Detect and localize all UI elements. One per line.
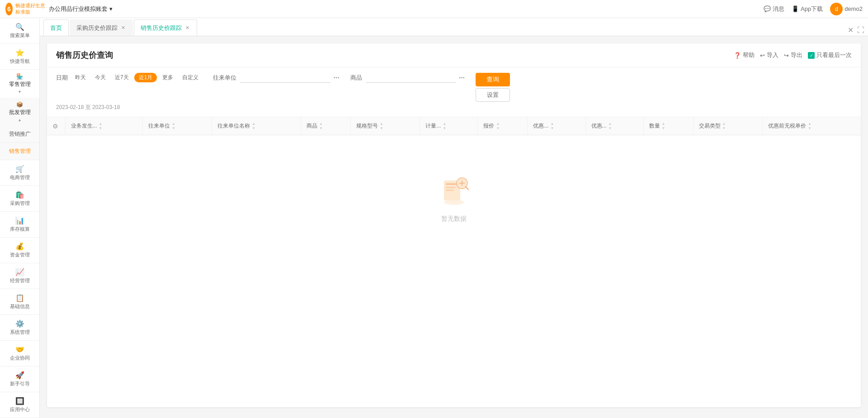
action-buttons: 查询 设置 <box>476 73 510 102</box>
sidebar-item-retail[interactable]: 🏪 零售管理 ▾ <box>0 70 39 98</box>
date-range-display: 2023-02-18 至 2023-03-18 <box>56 104 510 111</box>
sort-icon: ▲▼ <box>662 122 665 130</box>
sidebar-item-inventory[interactable]: 📊 库存核算 <box>0 212 39 238</box>
query-button[interactable]: 查询 <box>476 73 510 86</box>
import-icon: ↩ <box>760 52 765 59</box>
th-spec[interactable]: 规格型号 ▲▼ <box>350 117 420 135</box>
logo-text: 畅捷通好生意 标准版 <box>15 3 45 14</box>
goods-filter-group: 商品 ··· <box>350 73 465 83</box>
message-action[interactable]: 💬 消息 <box>764 5 784 13</box>
sort-icon: ▲▼ <box>443 122 446 130</box>
content-area: 首页 采购历史价跟踪 ✕ 销售历史价跟踪 ✕ ✕ ⛶ 销售历史价查询 <box>40 18 868 418</box>
checkbox-checked-icon: ✓ <box>808 52 815 59</box>
sidebar-item-finance[interactable]: 💰 资金管理 <box>0 238 39 263</box>
th-discount2[interactable]: 优惠... ▲▼ <box>585 117 643 135</box>
tab-close-purchase[interactable]: ✕ <box>120 24 126 31</box>
app-selector[interactable]: 办公用品行业模拟账套 ▾ <box>49 5 113 13</box>
th-date[interactable]: 业务发生... ▲▼ <box>65 117 142 135</box>
th-unit[interactable]: 计量... ▲▼ <box>420 117 478 135</box>
sidebar-item-sales-mgmt[interactable]: 销售管理 <box>0 143 39 160</box>
date-btn-yesterday[interactable]: 昨天 <box>71 73 90 82</box>
th-settings[interactable]: ⚙ <box>47 117 65 135</box>
sidebar-item-guide[interactable]: 🚀 新手引导 <box>0 366 39 392</box>
goods-dots-btn[interactable]: ··· <box>459 74 465 82</box>
sidebar-item-operation[interactable]: 📈 经营管理 <box>0 263 39 289</box>
th-goods[interactable]: 商品 ▲▼ <box>301 117 350 135</box>
sidebar-item-search[interactable]: 🔍 搜索菜单 <box>0 18 39 44</box>
sort-icon: ▲▼ <box>550 122 554 130</box>
user-profile[interactable]: d demo2 <box>830 3 863 15</box>
table-wrap: ⚙ 业务发生... ▲▼ 往来 <box>47 117 861 259</box>
sidebar-item-shortcut[interactable]: ⭐ 快捷导航 <box>0 44 39 70</box>
empty-text: 暂无数据 <box>441 215 467 223</box>
sort-icon: ▲▼ <box>609 122 612 130</box>
goods-input-wrap: ··· <box>366 73 465 83</box>
help-icon: ❓ <box>734 52 741 59</box>
chevron-up-icon: ▴ <box>19 117 21 122</box>
export-icon: ↪ <box>784 52 789 59</box>
th-partner-name[interactable]: 往来单位名称 ▲▼ <box>212 117 301 135</box>
sort-icon: ▲▼ <box>808 122 811 130</box>
help-link[interactable]: ❓ 帮助 <box>734 51 755 59</box>
partner-dots-btn[interactable]: ··· <box>333 74 339 82</box>
sidebar-item-ecommerce[interactable]: 🛒 电商管理 <box>0 160 39 186</box>
inventory-icon: 📊 <box>15 216 24 225</box>
date-btn-1month[interactable]: 近1月 <box>134 73 157 82</box>
tabs-actions: ✕ ⛶ <box>848 27 864 36</box>
goods-label: 商品 <box>350 74 362 82</box>
date-btn-custom[interactable]: 自定义 <box>179 73 202 82</box>
th-discount1[interactable]: 优惠... ▲▼ <box>528 117 585 135</box>
sort-icon: ▲▼ <box>99 122 103 130</box>
maximize-button[interactable]: ⛶ <box>857 27 864 34</box>
star-icon: ⭐ <box>15 48 24 57</box>
logo-area: 6 畅捷通好生意 标准版 <box>5 3 45 15</box>
sort-icon: ▲▼ <box>380 122 383 130</box>
tab-sales-history[interactable]: 销售历史价跟踪 ✕ <box>134 19 197 36</box>
settings-button[interactable]: 设置 <box>476 88 510 102</box>
date-btn-7days[interactable]: 近7天 <box>111 73 132 82</box>
app-download-action[interactable]: 📱 App下载 <box>792 5 823 13</box>
date-btn-today[interactable]: 今天 <box>91 73 109 82</box>
sidebar: 🔍 搜索菜单 ⭐ 快捷导航 🏪 零售管理 ▾ 📦 批发管理 ▴ 营销推广 销售管… <box>0 18 40 418</box>
empty-icon <box>436 171 472 208</box>
tab-home[interactable]: 首页 <box>43 19 69 36</box>
sidebar-item-apps[interactable]: 🔲 应用中心 <box>0 392 39 418</box>
import-link[interactable]: ↩ 导入 <box>760 51 778 59</box>
goods-input[interactable] <box>366 73 456 83</box>
date-label: 日期 <box>56 74 68 82</box>
th-pretax-price[interactable]: 优惠前无税单价 ▲▼ <box>762 117 861 135</box>
chevron-down-icon: ▾ <box>109 5 113 12</box>
guide-icon: 🚀 <box>15 371 24 380</box>
enterprise-icon: 🤝 <box>15 345 24 354</box>
sort-icon: ▲▼ <box>172 122 175 130</box>
close-tab-button[interactable]: ✕ <box>848 27 854 34</box>
data-table: ⚙ 业务发生... ▲▼ 往来 <box>47 117 861 135</box>
date-btn-more[interactable]: 更多 <box>159 73 177 82</box>
tab-close-sales[interactable]: ✕ <box>184 24 190 31</box>
tab-purchase-history[interactable]: 采购历史价跟踪 ✕ <box>70 19 133 36</box>
th-partner-code[interactable]: 往来单位 ▲▼ <box>142 117 212 135</box>
top-header: 6 畅捷通好生意 标准版 办公用品行业模拟账套 ▾ 💬 消息 📱 App下载 d… <box>0 0 868 18</box>
page-title: 销售历史价查询 <box>56 50 113 61</box>
sidebar-item-wholesale[interactable]: 📦 批发管理 ▴ <box>0 98 39 126</box>
purchase-icon: 🛍️ <box>15 190 24 199</box>
header-left: 6 畅捷通好生意 标准版 办公用品行业模拟账套 ▾ <box>5 3 113 15</box>
th-qty[interactable]: 数量 ▲▼ <box>643 117 693 135</box>
filter-row: 日期 昨天 今天 近7天 近1月 更多 自定义 <box>56 73 510 102</box>
sidebar-item-marketing[interactable]: 营销推广 <box>0 126 39 143</box>
download-icon: 📱 <box>792 5 799 12</box>
th-quote[interactable]: 报价 ▲▼ <box>478 117 528 135</box>
th-trade-type[interactable]: 交易类型 ▲▼ <box>693 117 762 135</box>
gear-icon[interactable]: ⚙ <box>52 123 58 130</box>
search-icon: 🔍 <box>15 23 24 31</box>
only-last-checkbox[interactable]: ✓ 只看最后一次 <box>808 51 852 59</box>
sidebar-item-system[interactable]: ⚙️ 系统管理 <box>0 315 39 341</box>
svg-line-8 <box>466 187 468 190</box>
export-link[interactable]: ↪ 导出 <box>784 51 802 59</box>
sidebar-item-basic[interactable]: 📋 基础信息 <box>0 289 39 315</box>
partner-input[interactable] <box>240 73 330 83</box>
sidebar-item-enterprise[interactable]: 🤝 企业协同 <box>0 341 39 366</box>
avatar: d <box>830 3 843 15</box>
page-content: 销售历史价查询 ❓ 帮助 ↩ 导入 ↪ 导出 <box>40 36 868 418</box>
sidebar-item-purchase[interactable]: 🛍️ 采购管理 <box>0 186 39 212</box>
